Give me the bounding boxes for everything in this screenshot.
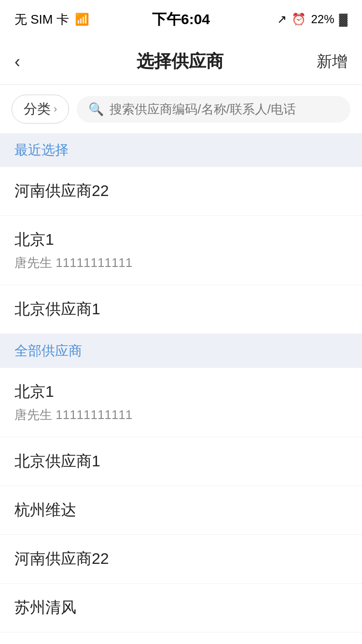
search-icon: 🔍 bbox=[88, 102, 104, 117]
item-name: 北京1 bbox=[14, 381, 348, 403]
status-left: 无 SIM 卡 📶 bbox=[14, 11, 89, 28]
item-name: 北京供应商1 bbox=[14, 299, 348, 320]
status-bar: 无 SIM 卡 📶 下午6:04 ↗ ⏰ 22% ▓ bbox=[0, 0, 362, 39]
search-input[interactable] bbox=[110, 102, 339, 117]
item-name: 河南供应商22 bbox=[14, 548, 348, 570]
location-icon: ↗ bbox=[277, 13, 287, 26]
all-section-label: 全部供应商 bbox=[14, 343, 82, 358]
all-suppliers-list: 北京1唐先生 11111111111北京供应商1杭州维达河南供应商22苏州清风 bbox=[0, 368, 362, 632]
item-sub: 唐先生 11111111111 bbox=[14, 406, 348, 423]
recent-list: 河南供应商22北京1唐先生 11111111111北京供应商1 bbox=[0, 167, 362, 334]
recent-section-header: 最近选择 bbox=[0, 133, 362, 167]
wifi-icon: 📶 bbox=[75, 13, 89, 26]
item-name: 北京供应商1 bbox=[14, 451, 348, 472]
item-name: 杭州维达 bbox=[14, 500, 348, 521]
list-item[interactable]: 河南供应商22 bbox=[0, 535, 362, 584]
category-button[interactable]: 分类 › bbox=[12, 95, 69, 124]
list-item[interactable]: 北京供应商1 bbox=[0, 285, 362, 334]
list-item[interactable]: 北京供应商1 bbox=[0, 437, 362, 486]
battery-label: 22% bbox=[311, 13, 334, 26]
nav-bar: ‹ 选择供应商 新增 bbox=[0, 39, 362, 85]
filter-bar: 分类 › 🔍 bbox=[0, 85, 362, 133]
all-section-header: 全部供应商 bbox=[0, 334, 362, 368]
item-name: 苏州清风 bbox=[14, 597, 348, 618]
search-box[interactable]: 🔍 bbox=[77, 96, 350, 123]
item-sub: 唐先生 11111111111 bbox=[14, 254, 348, 271]
status-time: 下午6:04 bbox=[152, 10, 210, 29]
item-name: 河南供应商22 bbox=[14, 181, 348, 202]
recent-section-label: 最近选择 bbox=[14, 142, 69, 157]
new-action-button[interactable]: 新增 bbox=[317, 51, 348, 72]
carrier-label: 无 SIM 卡 bbox=[14, 11, 69, 28]
category-label: 分类 bbox=[24, 100, 51, 118]
battery-icon: ▓ bbox=[339, 13, 348, 26]
chevron-right-icon: › bbox=[54, 103, 57, 115]
list-item[interactable]: 北京1唐先生 11111111111 bbox=[0, 216, 362, 285]
item-name: 北京1 bbox=[14, 229, 348, 251]
alarm-icon: ⏰ bbox=[292, 13, 306, 26]
list-item[interactable]: 北京1唐先生 11111111111 bbox=[0, 368, 362, 437]
back-button[interactable]: ‹ bbox=[14, 52, 43, 72]
status-right: ↗ ⏰ 22% ▓ bbox=[277, 13, 348, 26]
list-item[interactable]: 苏州清风 bbox=[0, 584, 362, 632]
page-title: 选择供应商 bbox=[137, 50, 223, 73]
list-item[interactable]: 杭州维达 bbox=[0, 486, 362, 535]
list-item[interactable]: 河南供应商22 bbox=[0, 167, 362, 216]
